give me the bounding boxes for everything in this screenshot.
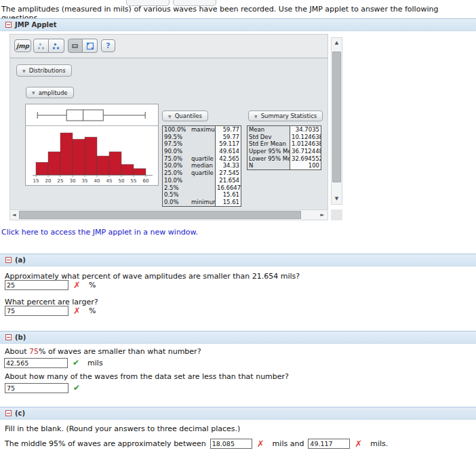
scroll-left-icon[interactable]: ◄ xyxy=(12,213,16,218)
quantile-percent: 25.0% xyxy=(163,169,190,177)
table-row: Mean34.7035 xyxy=(247,126,321,134)
table-row: Std Dev10.124638 xyxy=(247,134,321,141)
view-mode-group xyxy=(33,39,64,53)
table-row: 100.0%maximum59.77 xyxy=(163,126,241,134)
quantile-percent: 100.0% xyxy=(163,126,190,134)
jmp-logo-button[interactable]: jmp xyxy=(14,39,31,52)
table-row: 10.0%21.654 xyxy=(163,177,241,184)
quantile-percent: 10.0% xyxy=(163,177,190,184)
answer-input-b1[interactable] xyxy=(4,358,68,368)
summary-label: Std Dev xyxy=(247,134,290,141)
table-row: 0.5%15.61 xyxy=(163,191,241,199)
svg-text:35: 35 xyxy=(82,178,88,184)
section-c-header[interactable]: (c) xyxy=(0,407,476,420)
quantile-percent: 0.5% xyxy=(163,191,190,199)
svg-text:40: 40 xyxy=(94,178,100,184)
scatter-button[interactable] xyxy=(49,39,64,53)
table-row: Std Err Mean1.0124638 xyxy=(247,140,321,148)
svg-text:60: 60 xyxy=(143,178,149,184)
triangle-down-icon: ▼ xyxy=(22,68,26,73)
scroll-down-icon[interactable]: ▼ xyxy=(335,197,338,201)
summary-value: 36.712448 xyxy=(290,148,321,155)
end-label: mils. xyxy=(370,439,388,448)
quantile-label xyxy=(190,184,215,192)
answer-input-c2[interactable] xyxy=(308,439,350,449)
scroll-up-icon[interactable]: ▲ xyxy=(335,41,338,45)
collapse-icon[interactable] xyxy=(5,22,12,28)
window-mode-group xyxy=(68,39,98,53)
section-b-label: (b) xyxy=(15,334,26,341)
table-row: 75.0%quartile42.565 xyxy=(163,155,241,163)
table-row: 0.0%minimum15.61 xyxy=(163,199,241,206)
collapse-icon[interactable] xyxy=(5,257,12,263)
collapse-icon[interactable] xyxy=(5,334,12,340)
summary-disclosure-button[interactable]: ▼ Summary Statistics xyxy=(248,111,323,121)
answer-row-c: The middle 95% of waves are approximatel… xyxy=(5,437,388,449)
correct-icon: ✔ xyxy=(73,358,79,367)
scatter-faded-icon xyxy=(37,41,46,51)
vertical-scrollbar[interactable]: ▲ ▼ xyxy=(331,37,342,205)
amplitude-disclosure-button[interactable]: ▼ amplitude xyxy=(26,87,74,98)
table-row: Upper 95% Mean36.712448 xyxy=(247,148,321,155)
horizontal-scroll-thumb[interactable] xyxy=(19,211,301,219)
answer-input-a2[interactable] xyxy=(5,306,68,316)
answer-input-c1[interactable] xyxy=(210,439,252,449)
quantile-percent: 50.0% xyxy=(163,162,190,169)
unit-label: mils xyxy=(87,359,103,367)
answer-input-b2[interactable] xyxy=(5,383,68,393)
table-row: 99.5%59.77 xyxy=(163,134,241,141)
table-row: 50.0%median34.33 xyxy=(163,162,241,169)
section-b-header[interactable]: (b) xyxy=(0,331,476,344)
applet-section-title: JMP Applet xyxy=(15,21,57,28)
section-a-label: (a) xyxy=(15,256,26,264)
summary-label: Lower 95% Mean xyxy=(247,155,290,163)
summary-value: 32.694552 xyxy=(290,155,321,163)
help-button[interactable]: ? xyxy=(101,39,115,52)
randomized-value: 75 xyxy=(29,347,39,356)
question-c-line: The middle 95% of waves are approximatel… xyxy=(5,439,206,448)
data-window-button[interactable] xyxy=(83,39,98,53)
scroll-right-icon[interactable]: ► xyxy=(321,213,324,218)
summary-value: 34.7035 xyxy=(290,126,321,134)
question-b2: About how many of the waves from the dat… xyxy=(5,372,289,381)
open-applet-link[interactable]: Click here to access the JMP applet in a… xyxy=(1,228,198,237)
quantile-value: 49.614 xyxy=(215,148,241,155)
quantile-label: maximum xyxy=(190,126,215,134)
collapse-icon[interactable] xyxy=(5,410,12,416)
applet-section-header[interactable]: JMP Applet xyxy=(0,18,476,31)
wrong-icon: ✗ xyxy=(257,439,264,449)
summary-statistics-table: Mean34.7035Std Dev10.124638Std Err Mean1… xyxy=(247,125,321,170)
svg-text:15: 15 xyxy=(33,178,39,184)
table-row: Lower 95% Mean32.694552 xyxy=(247,155,321,163)
answer-row-a1: ✗ % xyxy=(5,279,96,291)
plot-window-button[interactable] xyxy=(68,39,83,53)
jmp-logo-icon: jmp xyxy=(16,43,29,49)
correct-icon: ✔ xyxy=(73,383,80,393)
question-c-instruction: Fill in the blank. (Round your answers t… xyxy=(5,424,240,433)
question-b1: About 75% of waves are smaller than what… xyxy=(5,347,201,356)
quantiles-disclosure-button[interactable]: ▼ Quantiles xyxy=(162,111,208,121)
distribution-graph[interactable]: 15202530354045505560 xyxy=(25,104,159,186)
answer-input-a1[interactable] xyxy=(5,280,68,290)
triangle-down-icon: ▼ xyxy=(254,114,258,119)
table-row: N100 xyxy=(247,162,321,169)
scatter-icon xyxy=(52,41,61,51)
svg-text:45: 45 xyxy=(106,178,113,184)
quantile-label xyxy=(190,148,215,155)
table-row: 25.0%quartile27.545 xyxy=(163,169,241,177)
quantile-label xyxy=(190,134,215,141)
scrollbar-corner xyxy=(331,209,342,220)
quantile-percent: 75.0% xyxy=(163,155,190,163)
horizontal-scrollbar[interactable]: ◄ ► xyxy=(9,209,328,220)
distributions-disclosure-button[interactable]: ▼ Distributions xyxy=(16,64,72,77)
scatter-faded-button[interactable] xyxy=(33,39,49,53)
vertical-scroll-thumb[interactable] xyxy=(332,52,341,182)
table-row: 97.5%59.117 xyxy=(163,140,241,148)
answer-row-a2: ✗ % xyxy=(5,304,96,317)
summary-label: N xyxy=(247,162,290,169)
svg-text:50: 50 xyxy=(119,178,125,184)
quantile-value: 42.565 xyxy=(215,155,241,163)
summary-value: 1.0124638 xyxy=(290,140,321,148)
section-a-header[interactable]: (a) xyxy=(0,254,476,266)
quantile-label xyxy=(190,140,215,148)
